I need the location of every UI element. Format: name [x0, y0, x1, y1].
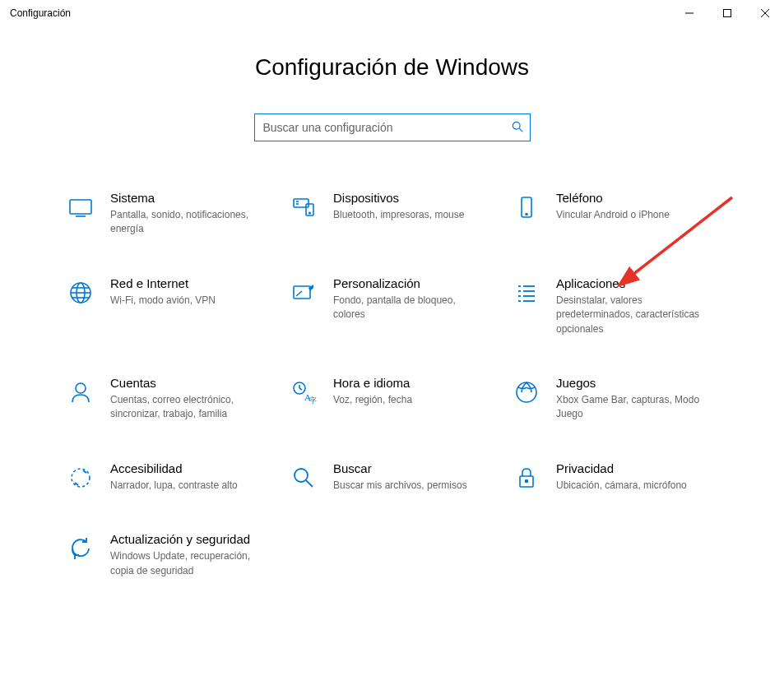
category-title: Buscar — [333, 461, 489, 475]
search-category-icon — [289, 463, 318, 493]
category-title: Cuentas — [110, 376, 266, 390]
category-privacidad[interactable]: Privacidad Ubicación, cámara, micrófono — [512, 461, 718, 493]
category-desc: Xbox Game Bar, capturas, Modo Juego — [556, 393, 712, 422]
maximize-button[interactable] — [708, 0, 746, 26]
svg-point-10 — [309, 212, 311, 214]
category-aplicaciones[interactable]: Aplicaciones Desinstalar, valores predet… — [512, 276, 718, 336]
category-actualizacion[interactable]: Actualización y seguridad Windows Update… — [66, 532, 272, 578]
accessibility-icon — [66, 463, 95, 493]
search-container — [0, 113, 784, 141]
category-desc: Desinstalar, valores predeterminados, ca… — [556, 294, 712, 336]
category-sistema[interactable]: Sistema Pantalla, sonido, notificaciones… — [66, 191, 272, 237]
gaming-icon — [512, 377, 541, 407]
svg-point-30 — [76, 383, 86, 393]
category-dispositivos[interactable]: Dispositivos Bluetooth, impresoras, mous… — [289, 191, 495, 237]
svg-rect-1 — [724, 10, 731, 17]
network-icon — [66, 278, 95, 308]
svg-line-5 — [519, 128, 522, 132]
svg-text:字: 字 — [309, 396, 317, 405]
phone-icon — [512, 192, 541, 222]
svg-point-4 — [513, 122, 520, 129]
category-title: Actualización y seguridad — [110, 532, 266, 546]
categories-grid: Sistema Pantalla, sonido, notificaciones… — [0, 141, 784, 578]
close-button[interactable] — [746, 0, 784, 26]
category-desc: Narrador, lupa, contraste alto — [110, 479, 266, 493]
category-desc: Pantalla, sonido, notificaciones, energí… — [110, 208, 266, 237]
privacy-icon — [512, 463, 541, 493]
svg-point-38 — [295, 469, 308, 482]
svg-point-14 — [526, 214, 527, 215]
category-personalizacion[interactable]: Personalización Fondo, pantalla de bloqu… — [289, 276, 495, 336]
category-desc: Bluetooth, impresoras, mouse — [333, 208, 489, 222]
svg-line-21 — [296, 291, 302, 296]
category-title: Aplicaciones — [556, 276, 712, 290]
apps-icon — [512, 278, 541, 308]
category-hora[interactable]: A字 Hora e idioma Voz, región, fecha — [289, 376, 495, 422]
category-desc: Fondo, pantalla de bloqueo, colores — [333, 294, 489, 322]
category-title: Accesibilidad — [110, 461, 266, 475]
svg-rect-20 — [294, 286, 310, 299]
svg-point-37 — [72, 469, 90, 487]
page-title: Configuración de Windows — [0, 54, 784, 81]
category-desc: Wi-Fi, modo avión, VPN — [110, 294, 266, 308]
devices-icon — [289, 192, 318, 222]
minimize-button[interactable] — [670, 0, 708, 26]
svg-line-39 — [306, 480, 313, 487]
svg-point-36 — [517, 382, 536, 402]
category-cuentas[interactable]: Cuentas Cuentas, correo electrónico, sin… — [66, 376, 272, 422]
category-juegos[interactable]: Juegos Xbox Game Bar, capturas, Modo Jue… — [512, 376, 718, 422]
category-desc: Ubicación, cámara, micrófono — [556, 479, 712, 493]
category-title: Juegos — [556, 376, 712, 390]
search-input[interactable] — [263, 121, 512, 134]
titlebar: Configuración — [0, 0, 784, 26]
svg-rect-6 — [70, 200, 91, 214]
category-title: Privacidad — [556, 461, 712, 475]
time-language-icon: A字 — [289, 377, 318, 407]
update-icon — [66, 534, 95, 563]
svg-line-33 — [299, 388, 302, 390]
category-desc: Cuentas, correo electrónico, sincronizar… — [110, 393, 266, 422]
category-desc: Vincular Android o iPhone — [556, 208, 712, 222]
svg-point-41 — [526, 479, 528, 482]
category-title: Red e Internet — [110, 276, 266, 290]
category-title: Sistema — [110, 191, 266, 205]
category-accesibilidad[interactable]: Accesibilidad Narrador, lupa, contraste … — [66, 461, 272, 493]
category-title: Personalización — [333, 276, 489, 290]
category-desc: Windows Update, recuperación, copia de s… — [110, 549, 266, 578]
category-telefono[interactable]: Teléfono Vincular Android o iPhone — [512, 191, 718, 237]
category-title: Teléfono — [556, 191, 712, 205]
search-box[interactable] — [254, 113, 531, 141]
category-title: Dispositivos — [333, 191, 489, 205]
category-buscar[interactable]: Buscar Buscar mis archivos, permisos — [289, 461, 495, 493]
personalization-icon — [289, 278, 318, 308]
accounts-icon — [66, 377, 95, 407]
search-icon — [512, 121, 523, 135]
system-icon — [66, 192, 95, 222]
category-desc: Buscar mis archivos, permisos — [333, 479, 489, 493]
category-title: Hora e idioma — [333, 376, 489, 390]
window-controls — [670, 0, 784, 26]
category-desc: Voz, región, fecha — [333, 393, 489, 407]
category-red[interactable]: Red e Internet Wi-Fi, modo avión, VPN — [66, 276, 272, 336]
window-title: Configuración — [10, 7, 71, 19]
